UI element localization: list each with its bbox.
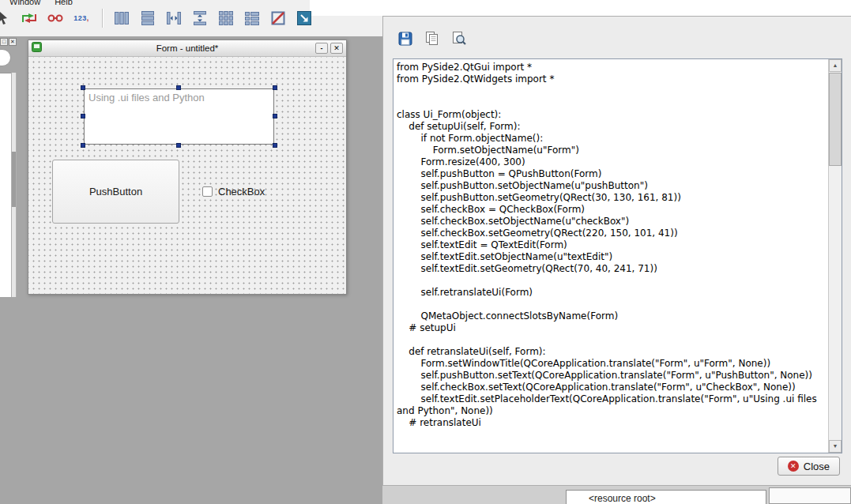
- layout-vertical-icon[interactable]: [138, 8, 157, 28]
- dock-scrollbar-thumb[interactable]: [12, 152, 16, 207]
- form-editor-window: Form - untitled* - ✕ PushButton: [28, 39, 347, 295]
- code-scrollbar[interactable]: ▲ ▼: [828, 59, 842, 453]
- dock-float-icon[interactable]: □: [0, 38, 8, 46]
- form-window-icon: [32, 41, 42, 55]
- minimize-button[interactable]: -: [315, 43, 328, 54]
- edit-signals-slots-icon[interactable]: [20, 8, 39, 28]
- menu-window[interactable]: Window: [9, 0, 40, 5]
- dock-close-icon[interactable]: ✕: [9, 38, 17, 46]
- toolbar-separator: [102, 9, 104, 28]
- close-red-icon: ✕: [788, 461, 799, 472]
- break-layout-icon[interactable]: [269, 8, 288, 28]
- adjust-size-icon[interactable]: [295, 8, 314, 28]
- form-canvas[interactable]: PushButton CheckBox: [28, 57, 346, 294]
- layout-form-icon[interactable]: [243, 8, 262, 28]
- form-window-title: Form - untitled*: [28, 43, 346, 53]
- checkbox-widget[interactable]: CheckBox: [202, 175, 282, 208]
- widget-box-dock: □ ✕: [0, 36, 17, 297]
- pushbutton-widget[interactable]: PushButton: [52, 160, 179, 224]
- selection-handle-top-right[interactable]: [273, 85, 277, 90]
- menubar: WindowHelp: [9, 0, 87, 5]
- layout-horizontal-splitter-icon[interactable]: [164, 8, 183, 28]
- close-button[interactable]: ✕ Close: [778, 457, 840, 476]
- resource-root-label: <resource root>: [589, 493, 656, 504]
- textedit-widget[interactable]: [84, 88, 274, 145]
- pushbutton-label: PushButton: [89, 186, 142, 197]
- generated-code-text: from PySide2.QtGui import * from PySide2…: [393, 59, 828, 453]
- copy-icon[interactable]: [423, 29, 442, 48]
- widget-box-list[interactable]: [0, 73, 11, 297]
- selection-handle-bottom[interactable]: [176, 143, 181, 148]
- edit-widgets-icon[interactable]: [0, 8, 13, 28]
- bottom-right-panel: [769, 487, 851, 504]
- designer-toolbar: 123,: [0, 7, 321, 29]
- edit-tab-order-icon[interactable]: 123,: [72, 8, 91, 28]
- scroll-down-icon[interactable]: ▼: [829, 440, 842, 453]
- selection-handle-left[interactable]: [81, 114, 85, 118]
- scroll-up-icon[interactable]: ▲: [829, 59, 842, 72]
- menu-help[interactable]: Help: [55, 0, 73, 5]
- selection-handle-top[interactable]: [176, 85, 181, 90]
- selection-handle-bottom-left[interactable]: [81, 143, 85, 148]
- edit-buddies-icon[interactable]: [46, 8, 65, 28]
- resource-browser[interactable]: <resource root>: [566, 490, 766, 504]
- top-white-area: [310, 0, 851, 16]
- code-scrollbar-thumb[interactable]: [829, 73, 842, 166]
- find-icon[interactable]: [450, 29, 469, 48]
- checkbox-indicator[interactable]: [202, 186, 213, 197]
- textedit-input[interactable]: [84, 88, 274, 145]
- close-window-button[interactable]: ✕: [330, 43, 343, 54]
- code-view[interactable]: from PySide2.QtGui import * from PySide2…: [393, 58, 842, 453]
- layout-grid-icon[interactable]: [217, 8, 235, 28]
- checkbox-label: CheckBox: [218, 186, 265, 197]
- widget-filter-input[interactable]: [0, 49, 11, 66]
- view-code-dialog: from PySide2.QtGui import * from PySide2…: [382, 16, 851, 486]
- save-icon[interactable]: [396, 29, 415, 48]
- selection-handle-right[interactable]: [273, 114, 277, 118]
- selection-handle-top-left[interactable]: [81, 85, 85, 90]
- code-dialog-toolbar: [396, 29, 469, 48]
- form-window-titlebar[interactable]: Form - untitled* - ✕: [28, 40, 346, 57]
- dock-scrollbar[interactable]: [11, 73, 17, 297]
- layout-vertical-splitter-icon[interactable]: [190, 8, 209, 28]
- layout-horizontal-icon[interactable]: [112, 8, 131, 28]
- qt-designer-screen: WindowHelp 123,: [0, 0, 851, 504]
- selection-handle-bottom-right[interactable]: [273, 143, 277, 148]
- close-button-label: Close: [804, 461, 830, 472]
